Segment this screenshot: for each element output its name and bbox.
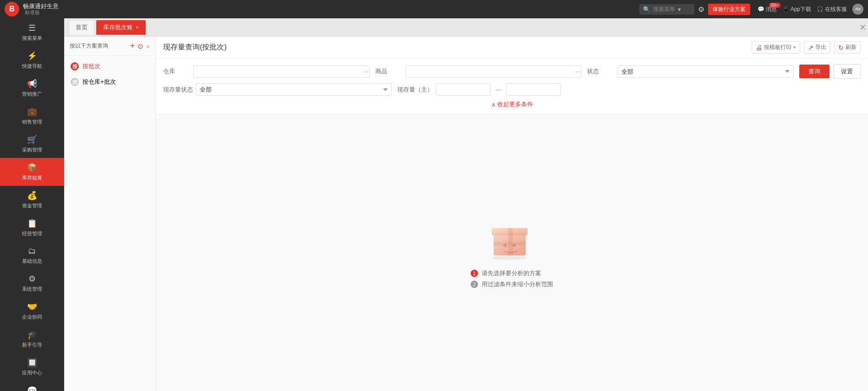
- sidebar-item-system[interactable]: ⚙ 系统管理: [0, 269, 64, 297]
- right-content: 现存量查询(按批次) 🖨 按模板打印 ▾ ↗ 导出 ↻: [156, 37, 868, 391]
- enterprise-icon: 🤝: [27, 302, 37, 312]
- stock-qty-label: 现存量（主）: [397, 86, 433, 94]
- empty-tip-2: 2 用过滤条件来缩小分析范围: [471, 280, 553, 288]
- sidebar-item-basic[interactable]: 🗂 基础信息: [0, 242, 64, 269]
- empty-state: 1 请先选择要分析的方案 2 用过滤条件来缩小分析范围: [471, 214, 553, 291]
- sidebar-item-inventory[interactable]: 📦 库存核算: [0, 158, 64, 186]
- sidebar-item-label: 库存核算: [22, 174, 42, 181]
- tab-inventory-batch[interactable]: 库存批次账 ×: [96, 20, 146, 35]
- collapse-left-panel-icon[interactable]: «: [146, 43, 150, 50]
- settings-topbar-icon[interactable]: ⚙: [698, 5, 704, 14]
- empty-tip-1: 1 请先选择要分析的方案: [471, 269, 553, 277]
- sidebar-item-marketing[interactable]: 📢 营销推广: [0, 74, 64, 102]
- search-input-label: 搜索菜单: [653, 5, 675, 13]
- filter-stock-qty-group: 现存量（主） —: [397, 83, 626, 96]
- export-btn[interactable]: ↗ 导出: [804, 41, 830, 54]
- system-icon: ⚙: [28, 274, 36, 284]
- refresh-icon: ↻: [838, 44, 844, 51]
- search-dropdown-icon[interactable]: ▾: [678, 6, 681, 13]
- app-logo: B: [5, 2, 19, 16]
- tab-home[interactable]: 首页: [69, 20, 94, 35]
- plan-icon-active: 按: [71, 62, 79, 71]
- search-menu-icon: ☰: [28, 23, 36, 33]
- svg-point-4: [503, 244, 507, 247]
- sidebar-item-quick-nav[interactable]: ⚡ 快捷导航: [0, 46, 64, 74]
- sidebar-item-guide[interactable]: 🎓 新手引导: [0, 325, 64, 353]
- filter-settings-btn[interactable]: 设置: [833, 64, 861, 79]
- stock-status-select[interactable]: 全部 有库存 无库存: [196, 83, 392, 96]
- collapse-label: 收起更多条件: [497, 100, 533, 109]
- stock-qty-to-input[interactable]: [506, 83, 561, 96]
- sidebar-item-finance[interactable]: 💰 资金管理: [0, 186, 64, 214]
- content-body: 1 请先选择要分析的方案 2 用过滤条件来缩小分析范围: [156, 114, 868, 391]
- refresh-btn[interactable]: ↻ 刷新: [834, 41, 861, 54]
- sidebar-item-operations[interactable]: 📋 经营管理: [0, 214, 64, 242]
- message-badge: 99+: [769, 3, 780, 8]
- left-panel: 按以下方案查询 + ⊙ « 按 按批次 按 按仓库+批次: [64, 37, 156, 391]
- query-btn[interactable]: 查询: [799, 65, 830, 78]
- sidebar-item-label: 搜索菜单: [22, 35, 42, 42]
- sidebar-item-label: 系统管理: [22, 286, 42, 293]
- filter-product-group: 商品 ···: [375, 65, 582, 78]
- warehouse-more-btn[interactable]: ···: [362, 68, 369, 75]
- plan-list: 按 按批次 按 按仓库+批次: [64, 56, 155, 92]
- print-btn-label: 按模板打印: [764, 43, 791, 51]
- export-icon: ↗: [808, 44, 813, 51]
- product-more-btn[interactable]: ···: [574, 68, 582, 75]
- quick-nav-icon: ⚡: [27, 51, 37, 61]
- avatar: Rit: [852, 4, 863, 15]
- plan-item-1[interactable]: 按 按批次: [64, 59, 155, 74]
- experience-btn[interactable]: 体验行业方案: [708, 4, 750, 15]
- sidebar-item-label: 新手引导: [22, 342, 42, 348]
- sales-icon: 💼: [27, 107, 37, 117]
- sidebar-item-app-center[interactable]: 🔲 应用中心: [0, 353, 64, 381]
- print-btn[interactable]: 🖨 按模板打印 ▾: [752, 41, 800, 54]
- app-title: 畅康通好生意: [23, 3, 59, 10]
- tabbar: 首页 库存批次账 × ✕: [64, 18, 868, 37]
- marketing-icon: 📢: [27, 79, 37, 89]
- plan-item-label: 按批次: [82, 62, 100, 71]
- home-tab-label: 首页: [76, 23, 88, 32]
- phone-icon: 📱: [782, 6, 789, 12]
- messages-btn[interactable]: 💬 消息 99+: [758, 5, 777, 13]
- operations-icon: 📋: [27, 218, 37, 228]
- sidebar-item-enterprise-wx[interactable]: 💬 企业微信: [0, 381, 64, 391]
- sidebar-item-sales[interactable]: 💼 销售管理: [0, 102, 64, 130]
- online-service-btn[interactable]: 🎧 在线客服: [817, 5, 847, 13]
- message-icon: 💬: [758, 6, 764, 12]
- sidebar-item-search[interactable]: ☰ 搜索菜单: [0, 18, 64, 46]
- sidebar-item-label: 应用中心: [22, 369, 42, 376]
- plan-item-2[interactable]: 按 按仓库+批次: [64, 74, 155, 90]
- topbar-search[interactable]: 🔍 搜索菜单 ▾: [639, 4, 694, 15]
- app-subtitle: 标准版: [25, 10, 59, 16]
- warehouse-input-wrap: ···: [193, 65, 370, 78]
- print-dropdown-icon[interactable]: ▾: [793, 44, 796, 50]
- sidebar-item-label: 采购管理: [22, 147, 42, 153]
- sidebar-item-label: 快捷导航: [22, 63, 42, 70]
- left-panel-actions: + ⊙ «: [130, 41, 150, 51]
- product-input-wrap: ···: [406, 65, 582, 78]
- page-header: 现存量查询(按批次) 🖨 按模板打印 ▾ ↗ 导出 ↻: [156, 37, 868, 59]
- left-panel-title: 按以下方案查询: [70, 42, 108, 50]
- tip-text-2: 用过滤条件来缩小分析范围: [482, 280, 553, 288]
- warehouse-input[interactable]: [194, 66, 362, 77]
- basic-icon: 🗂: [28, 246, 36, 256]
- tab-close-icon[interactable]: ×: [136, 24, 139, 31]
- panel-close-btn[interactable]: ✕: [857, 22, 868, 33]
- sidebar-item-enterprise[interactable]: 🤝 企业协同: [0, 297, 64, 325]
- tip-text-1: 请先选择要分析的方案: [482, 269, 541, 277]
- app-download-btn[interactable]: 📱 App下载: [782, 5, 811, 13]
- sidebar-item-purchase[interactable]: 🛒 采购管理: [0, 130, 64, 158]
- sidebar-item-label: 基础信息: [22, 258, 42, 265]
- plan-settings-icon[interactable]: ⊙: [137, 42, 143, 50]
- status-select[interactable]: 全部 正常 停用: [617, 65, 794, 78]
- sidebar-item-label: 营销推广: [22, 91, 42, 98]
- add-plan-btn[interactable]: +: [130, 41, 135, 51]
- product-input[interactable]: [406, 66, 574, 77]
- warehouse-label: 仓库: [163, 67, 191, 76]
- stock-status-label: 现存量状态: [163, 86, 193, 94]
- stock-qty-from-input[interactable]: [436, 83, 491, 96]
- filter-row-1: 仓库 ··· 商品 ···: [163, 64, 861, 79]
- collapse-more-btn[interactable]: ∧ 收起更多条件: [491, 100, 533, 109]
- user-avatar[interactable]: Rit: [852, 4, 863, 15]
